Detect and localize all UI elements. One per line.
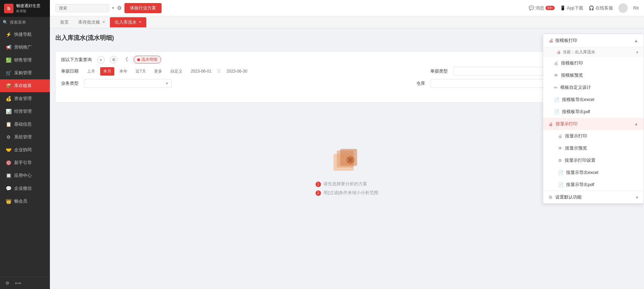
sidebar: b 畅捷通好生意 标准版 🔍 搜索菜单 ⚡ 快捷导航 📢 营销推广 💹 销售管理… [0, 0, 50, 289]
biz-type-label: 业务类型 [61, 80, 79, 86]
empty-tip-2: 2 用[过滤]条件来缩小分析范围 [316, 188, 379, 197]
online-service-label: 在线客服 [595, 5, 613, 11]
app-center-icon: 🔲 [5, 173, 11, 178]
dropdown-current-label: 当前：出入库流水 [563, 49, 595, 55]
display-print-icon: 🖨 [558, 134, 562, 139]
tab-home-label: 首页 [60, 19, 69, 25]
user-name: Rit [633, 5, 639, 10]
sidebar-item-guide[interactable]: 🎯 新手引导 [0, 156, 50, 169]
filter-tag-dot [137, 58, 140, 61]
sidebar-item-app-center[interactable]: 🔲 应用中心 [0, 169, 50, 182]
dropdown-item-display-export-pdf[interactable]: 📄 按显示导出pdf [543, 179, 644, 191]
topbar-gear-icon[interactable]: ⚙ [117, 5, 122, 11]
filter-config-button[interactable]: ⚙ [110, 56, 117, 63]
sidebar-item-purchase[interactable]: 🛒 采购管理 [0, 67, 50, 79]
date-btn-this-month[interactable]: 本月 [100, 67, 114, 76]
display-export-pdf-icon: 📄 [558, 182, 563, 187]
dropdown-section2-title-area: 🖨 按显示打印 [549, 121, 578, 127]
sidebar-item-enterprise[interactable]: 🤝 企业协同 [0, 143, 50, 156]
dropdown-item-template-customize[interactable]: ✏ 模板自定义设计 [543, 81, 644, 94]
app-badge: 标准版 [16, 9, 40, 14]
user-avatar[interactable] [618, 3, 628, 13]
dropdown-footer[interactable]: ⚙ 设置默认功能 ▾ [543, 191, 644, 203]
filter-add-button[interactable]: + [97, 56, 105, 63]
sidebar-item-label: 企业协同 [14, 147, 32, 153]
dropdown-footer-label: 设置默认功能 [555, 194, 582, 200]
tab-batch-account-close[interactable]: ✕ [102, 20, 105, 24]
app-download-area[interactable]: 📱 App下载 [560, 5, 583, 11]
sidebar-item-label: 畅会员 [14, 198, 27, 204]
sidebar-item-label: 库存核算 [14, 83, 32, 89]
display-preview-label: 按显示预览 [565, 145, 587, 151]
filter-tag-shuimingxi[interactable]: 流水明细 [134, 56, 161, 63]
tip-1-text: 请先选择要分析的方案 [323, 181, 367, 186]
date-btn-last-7[interactable]: 近7天 [133, 67, 149, 76]
display-print-label: 按显示打印 [565, 133, 587, 139]
sidebar-item-finance[interactable]: 💰 资金管理 [0, 92, 50, 105]
dropdown-item-display-print[interactable]: 🖨 按显示打印 [543, 130, 644, 142]
industry-solution-button[interactable]: 体验行业方案 [124, 3, 162, 13]
dropdown-item-template-export-pdf[interactable]: 📄 按模板导出pdf [543, 106, 644, 118]
dropdown-current-chevron: ▾ [636, 50, 638, 55]
sidebar-item-basic-info[interactable]: 📋 基础信息 [0, 118, 50, 131]
sidebar-search[interactable]: 🔍 搜索菜单 [0, 17, 50, 28]
tab-inout-flow[interactable]: 出入库流水 ✕ [110, 17, 146, 27]
topbar-search-input[interactable] [55, 4, 109, 12]
dropdown-item-display-preview[interactable]: 👁 按显示预览 [543, 142, 644, 154]
display-export-excel-icon: 📄 [558, 170, 563, 175]
filter-label: 按以下方案查询 [61, 57, 92, 63]
dropdown-header[interactable]: 🖨 按模板打印 ▲ [543, 34, 644, 47]
guide-icon: 🎯 [5, 160, 11, 165]
empty-tip-1: 1 请先选择要分析的方案 [316, 180, 379, 188]
settings-default-icon: ⚙ [549, 195, 553, 200]
date-btn-this-year[interactable]: 本年 [116, 67, 130, 76]
dropdown-item-display-print-settings[interactable]: ⚙ 按显示打印设置 [543, 154, 644, 166]
template-export-pdf-icon: 📄 [554, 109, 559, 114]
dropdown-item-template-print[interactable]: 🖨 按模板打印 [543, 57, 644, 69]
app-download-icon: 📱 [560, 5, 565, 10]
topbar-dropdown-icon[interactable]: ▾ [112, 5, 114, 10]
date-btn-last-month[interactable]: 上月 [84, 67, 98, 76]
expand-icon[interactable]: ⟺ [15, 281, 21, 286]
sidebar-item-label: 新手引导 [14, 160, 32, 166]
template-export-excel-label: 按模板导出excel [562, 97, 594, 103]
online-service-area[interactable]: 🎧 在线客服 [589, 5, 613, 11]
dropdown-item-template-export-excel[interactable]: 📄 按模板导出excel [543, 94, 644, 106]
sales-icon: 💹 [5, 57, 11, 63]
template-customize-item-label: 模板自定义设计 [560, 84, 591, 90]
dropdown-title: 按模板打印 [555, 37, 577, 44]
template-print-item-label: 按模板打印 [561, 60, 583, 66]
sidebar-item-member[interactable]: 👑 畅会员 [0, 195, 50, 208]
sidebar-item-label: 基础信息 [14, 121, 32, 127]
wechat-icon: 💬 [5, 186, 11, 191]
biz-type-dropdown-icon: ▾ [166, 81, 168, 86]
message-icon: 💬 [529, 5, 534, 10]
tip-1-num: 1 [316, 182, 321, 187]
sidebar-item-operations[interactable]: 📊 经营管理 [0, 105, 50, 118]
settings-icon[interactable]: ⚙ [5, 281, 9, 286]
message-badge: 99+ [546, 6, 555, 10]
sidebar-item-wechat[interactable]: 💬 企业微信 [0, 182, 50, 195]
message-area[interactable]: 💬 消息 99+ [529, 5, 555, 11]
dropdown-current-sub[interactable]: 🖨 当前：出入库流水 ▾ [543, 47, 644, 57]
sidebar-item-inventory[interactable]: 📦 库存核算 [0, 79, 50, 92]
template-export-pdf-label: 按模板导出pdf [562, 109, 590, 115]
tab-inout-flow-close[interactable]: ✕ [139, 20, 142, 24]
biz-type-select[interactable]: ▾ [84, 79, 172, 88]
page-title: 出入库流水(流水明细) [55, 34, 114, 42]
filter-left-collapse[interactable]: 《 [123, 56, 128, 63]
tab-batch-account[interactable]: 库存批次账 ✕ [74, 17, 110, 27]
dropdown-section2-header[interactable]: 🖨 按显示打印 ▲ [543, 118, 644, 130]
tab-home[interactable]: 首页 [55, 17, 74, 27]
dropdown-item-template-preview[interactable]: 👁 按模板预览 [543, 69, 644, 81]
dropdown-item-display-export-excel[interactable]: 📄 按显示导出excel [543, 166, 644, 179]
tip-2-text: 用[过滤]条件来缩小分析范围 [323, 190, 378, 195]
date-btn-more[interactable]: 更多 [151, 67, 165, 76]
sidebar-item-label: 系统管理 [14, 134, 32, 140]
sidebar-item-system[interactable]: ⚙ 系统管理 [0, 131, 50, 143]
sidebar-item-marketing[interactable]: 📢 营销推广 [0, 41, 50, 54]
date-btn-custom[interactable]: 自定义 [167, 67, 185, 76]
sidebar-item-sales[interactable]: 💹 销售管理 [0, 54, 50, 67]
sidebar-item-quick-nav[interactable]: ⚡ 快捷导航 [0, 28, 50, 41]
sidebar-footer: ⚙ ⟺ [0, 277, 50, 289]
